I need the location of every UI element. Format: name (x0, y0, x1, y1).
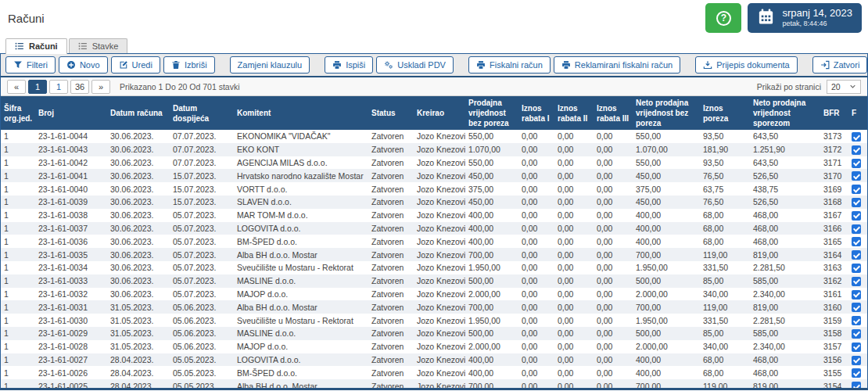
gears-icon (384, 60, 393, 70)
column-header-iznos-rabata-i[interactable]: Iznos rabata I (518, 96, 554, 130)
row-checkbox-checked[interactable] (852, 329, 861, 339)
cell-prodajna-vrijednost-bez-poreza: 550,00 (465, 156, 518, 170)
cell-iznos-poreza: 76,50 (700, 169, 750, 182)
izbri-i-button[interactable]: Izbriši (163, 56, 215, 74)
table-row: 123-1-61-003630.06.2023.05.07.2023.BM-ŠP… (1, 235, 867, 248)
cell-komitent: Hrvatsko narodno kazalište Mostar (234, 169, 368, 182)
page-input[interactable]: 1 (49, 80, 68, 94)
row-checkbox-checked[interactable] (852, 185, 861, 194)
cell-status: Zatvoren (368, 196, 414, 209)
column-header-komitent[interactable]: Komitent (234, 96, 368, 130)
cell-komitent: Alba BH d.o.o. Mostar (234, 248, 368, 261)
cell-ifra-org-jed: 1 (1, 353, 35, 367)
cell-datum-dospije-a: 05.05.2023. (170, 353, 234, 367)
column-header-f[interactable]: F (848, 96, 867, 130)
filteri-button[interactable]: Filteri (5, 56, 56, 74)
row-checkbox-checked[interactable] (852, 303, 861, 312)
cell-iznos-rabata-ii: 0,00 (554, 196, 594, 209)
zamjeni-klauzulu-button[interactable]: Zamjeni klauzulu (230, 56, 310, 74)
column-header-iznos-rabata-ii[interactable]: Iznos rabata II (554, 96, 594, 130)
row-checkbox-checked[interactable] (852, 211, 861, 221)
column-header-iznos-poreza[interactable]: Iznos poreza (700, 96, 750, 130)
column-header-neto-prodajna-vrijednost-bez-poreza[interactable]: Neto prodajna vrijednost bez poreza (633, 96, 700, 130)
column-header-datum-ra-una[interactable]: Datum računa (107, 96, 170, 130)
column-header-ifra-org-jed[interactable]: Šifra org.jed. (1, 96, 35, 130)
row-checkbox-checked[interactable] (852, 171, 861, 181)
row-checkbox-checked[interactable] (852, 224, 861, 234)
cell-kreirao: Jozo Knezović (414, 169, 465, 182)
uredi-button[interactable]: Uredi (111, 56, 160, 74)
cell-broj: 23-1-61-0043 (35, 143, 107, 156)
column-header-prodajna-vrijednost-bez-poreza[interactable]: Prodajna vrijednost bez poreza (465, 96, 518, 130)
column-header-datum-dospije-a[interactable]: Datum dospijeća (170, 96, 234, 130)
row-checkbox-checked[interactable] (852, 356, 861, 365)
cell-neto-prodajna-vrijednost-bez-poreza: 500,00 (633, 327, 700, 340)
cell-ifra-org-jed: 1 (1, 209, 35, 222)
first-page-button[interactable]: « (7, 80, 26, 94)
row-checkbox-checked[interactable] (852, 250, 861, 260)
current-page-button[interactable]: 1 (28, 80, 47, 94)
zatvori-button[interactable]: Zatvori (812, 56, 868, 74)
total-pages-button[interactable]: 36 (70, 80, 89, 94)
cell-prodajna-vrijednost-bez-poreza: 400,00 (465, 353, 518, 367)
cell-neto-prodajna-vrijednost-bez-poreza: 1.950,00 (633, 261, 700, 274)
cell-prodajna-vrijednost-bez-poreza: 400,00 (465, 222, 518, 235)
cell-komitent: MAR TOM-M d.o.o. (234, 209, 368, 222)
cell-iznos-poreza: 340,00 (700, 288, 750, 301)
row-checkbox-checked[interactable] (852, 132, 861, 142)
cell-kreirao: Jozo Knezović (414, 196, 465, 209)
column-header-status[interactable]: Status (368, 96, 414, 130)
cell-iznos-rabata-iii: 0,00 (594, 182, 633, 196)
last-page-button[interactable]: » (91, 80, 110, 94)
cell-iznos-rabata-iii: 0,00 (594, 235, 633, 248)
cell-iznos-poreza: 85,00 (700, 274, 750, 288)
row-checkbox-checked[interactable] (852, 145, 861, 155)
tab-stavke[interactable]: Stavke (69, 38, 128, 54)
fiskalni-ra-un-button[interactable]: Fiskalni račun (468, 56, 551, 74)
cell-iznos-poreza: 331,50 (700, 261, 750, 274)
column-header-bfr[interactable]: BFR (820, 96, 848, 130)
cell-neto-prodajna-vrijednost-bez-poreza: 700,00 (633, 248, 700, 261)
column-header-iznos-rabata-iii[interactable]: Iznos rabata III (594, 96, 633, 130)
novo-button[interactable]: Novo (59, 56, 108, 74)
reklamirani-fiskalni-ra-un-button[interactable]: Reklamirani fiskalni račun (554, 56, 680, 74)
row-checkbox-checked[interactable] (852, 264, 861, 273)
cell-iznos-rabata-iii: 0,00 (594, 130, 633, 143)
uskladi-pdv-button[interactable]: Uskladi PDV (376, 56, 454, 74)
column-header-neto-prodajna-vrijednost-sporezom[interactable]: Neto prodajna vrijednost sporezom (750, 96, 820, 130)
table-row: 123-1-61-003830.06.2023.05.07.2023.MAR T… (1, 209, 867, 222)
cell-iznos-rabata-i: 0,00 (518, 300, 554, 314)
cell-iznos-rabata-iii: 0,00 (594, 248, 633, 261)
cell-prodajna-vrijednost-bez-poreza: 700,00 (465, 379, 518, 388)
row-checkbox-checked[interactable] (852, 277, 861, 286)
main-panel: FilteriNovoUrediIzbrišiZamjeni klauzuluI… (0, 53, 868, 390)
row-checkbox-checked[interactable] (852, 343, 861, 352)
row-checkbox-checked[interactable] (852, 316, 861, 325)
row-checkbox-checked[interactable] (852, 198, 861, 207)
cell-broj: 23-1-61-0036 (35, 235, 107, 248)
column-header-kreirao[interactable]: Kreirao (414, 96, 465, 130)
help-button[interactable]: ? (705, 3, 741, 33)
cell-kreirao: Jozo Knezović (414, 353, 465, 367)
cell-iznos-rabata-iii: 0,00 (594, 274, 633, 288)
column-header-broj[interactable]: Broj (35, 96, 107, 130)
cell-prodajna-vrijednost-bez-poreza: 450,00 (465, 169, 518, 182)
cell-neto-prodajna-vrijednost-sporezom: 526,50 (750, 169, 820, 182)
cell-neto-prodajna-vrijednost-sporezom: 585,00 (750, 274, 820, 288)
cell-ifra-org-jed: 1 (1, 340, 35, 353)
tab-ra-uni[interactable]: Računi (5, 38, 67, 54)
row-checkbox-checked[interactable] (852, 237, 861, 246)
row-checkbox-checked[interactable] (852, 290, 861, 300)
cell-prodajna-vrijednost-bez-poreza: 550,00 (465, 130, 518, 143)
page-size-select[interactable]: 20 (827, 80, 861, 94)
row-checkbox-checked[interactable] (852, 382, 861, 388)
print-icon (332, 60, 342, 70)
row-checkbox-checked[interactable] (852, 368, 861, 378)
ispi-i-button[interactable]: Ispiši (325, 56, 373, 74)
row-checkbox-checked[interactable] (852, 159, 861, 168)
prijepis-dokumenta-button[interactable]: Prijepis dokumenta (695, 56, 798, 74)
date-widget[interactable]: srpanj 14, 2023 petak, 8:44:46 (748, 3, 862, 33)
cell-iznos-rabata-ii: 0,00 (554, 169, 594, 182)
cell-kreirao: Jozo Knezović (414, 366, 465, 379)
cell-kreirao: Jozo Knezović (414, 222, 465, 235)
